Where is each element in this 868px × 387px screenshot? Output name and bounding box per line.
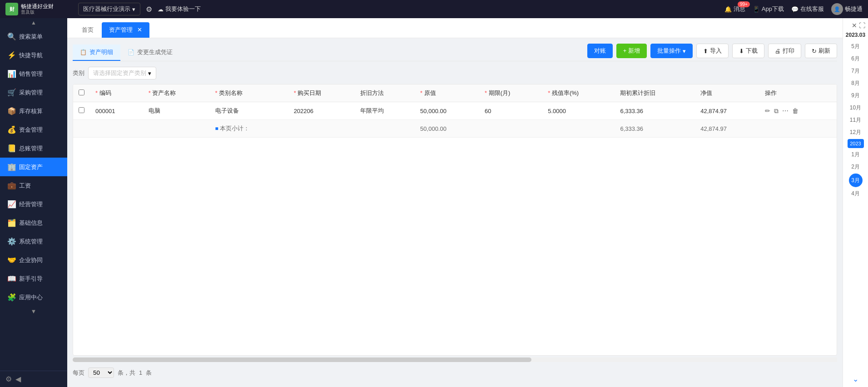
app-download-button[interactable]: 📱 App下载 (753, 5, 784, 13)
download-button[interactable]: ⬇ 下载 (732, 44, 764, 58)
filter-placeholder: 请选择固定资产类别 (93, 69, 146, 77)
tab-asset-mgmt[interactable]: 资产管理 ✕ (102, 22, 149, 38)
action-buttons: ✏ ⧉ ⋯ 🗑 (765, 107, 831, 115)
tab-bar: 首页 资产管理 ✕ (67, 18, 843, 38)
inventory-icon: 📦 (7, 107, 15, 115)
sidebar-item-label: 应用中心 (19, 293, 43, 302)
month-12-prev[interactable]: 12月 (848, 127, 864, 138)
tab-home[interactable]: 首页 (74, 22, 101, 38)
asset-table-container: * 编码 * 资产名称 * 类别名称 * 购买日期 折旧方法 * 原值 * 期限… (73, 84, 837, 356)
system-icon: ⚙️ (7, 237, 15, 246)
sidebar-item-quicknav[interactable]: ⚡ 快捷导航 (0, 46, 67, 64)
experience-label: 我要体验一下 (165, 5, 201, 13)
sidebar-item-basic[interactable]: 🗂️ 基础信息 (0, 213, 67, 232)
sidebar-settings-icon[interactable]: ⚙ (5, 375, 12, 383)
copy-icon[interactable]: ⧉ (774, 107, 779, 115)
cell-accumulated: 6,333.36 (615, 102, 695, 120)
settings-icon[interactable]: ⚙ (146, 5, 152, 14)
month-1[interactable]: 1月 (848, 149, 864, 160)
right-panel-scroll-down-icon[interactable]: ⌄ (853, 375, 858, 383)
month-2[interactable]: 2月 (848, 161, 864, 173)
month-10-prev[interactable]: 10月 (848, 102, 864, 114)
row-checkbox-cell (73, 102, 90, 120)
tab-close-icon[interactable]: ✕ (137, 26, 142, 33)
month-9-prev[interactable]: 9月 (848, 90, 864, 101)
print-button[interactable]: 🖨 打印 (768, 44, 801, 58)
logo-icon: 财 (5, 3, 18, 15)
bell-icon: 🔔 (724, 6, 732, 13)
sidebar-item-label: 销售管理 (19, 70, 43, 78)
cell-purchase-date: 202206 (288, 102, 355, 120)
company-dropdown-icon: ▾ (132, 6, 135, 13)
sidebar-item-sales[interactable]: 📊 销售管理 (0, 64, 67, 83)
messages-button[interactable]: 🔔 消息 99+ (724, 5, 745, 13)
collab-icon: 🤝 (7, 256, 15, 264)
messages-badge: 99+ (738, 1, 750, 7)
edit-icon[interactable]: ✏ (765, 107, 770, 114)
header-depreciation-method: 折旧方法 (355, 84, 415, 102)
select-all-checkbox[interactable] (79, 89, 84, 95)
company-name: 医疗器械行业演示 (83, 5, 130, 13)
refresh-button[interactable]: ↻ 刷新 (805, 44, 837, 58)
tab-asset-detail[interactable]: 📋 资产明细 (73, 45, 120, 61)
sales-icon: 📊 (7, 69, 15, 78)
category-filter[interactable]: 请选择固定资产类别 ▾ (88, 67, 156, 79)
month-3-active[interactable]: 3月 (849, 174, 863, 187)
sidebar-item-salary[interactable]: 💼 工资 (0, 176, 67, 195)
sidebar-item-label: 总账管理 (19, 144, 43, 153)
sidebar-item-collab[interactable]: 🤝 企业协同 (0, 251, 67, 269)
company-selector[interactable]: 医疗器械行业演示 ▾ (78, 3, 140, 15)
sidebar-scroll-down[interactable]: ▼ (0, 307, 67, 316)
month-7-prev[interactable]: 7月 (848, 65, 864, 77)
import-button[interactable]: ⬆ 导入 (696, 44, 729, 58)
experience-button[interactable]: ☁ 我要体验一下 (158, 5, 201, 13)
sidebar-item-label: 经营管理 (19, 200, 43, 208)
month-8-prev[interactable]: 8月 (848, 78, 864, 89)
batch-button[interactable]: 批量操作 ▾ (650, 44, 693, 58)
sidebar-item-label: 新手引导 (19, 275, 43, 283)
tab-gen-voucher[interactable]: 📄 变更生成凭证 (120, 45, 180, 61)
sidebar-item-ledger[interactable]: 📒 总账管理 (0, 139, 67, 158)
month-5-prev[interactable]: 5月 (848, 41, 864, 52)
cell-actions: ✏ ⧉ ⋯ 🗑 (759, 102, 837, 120)
online-service-button[interactable]: 💬 在线客服 (791, 5, 824, 13)
sidebar-item-inventory[interactable]: 📦 库存核算 (0, 102, 67, 120)
sidebar-item-ops[interactable]: 📈 经营管理 (0, 195, 67, 213)
filter-row: 类别 请选择固定资产类别 ▾ (73, 67, 837, 79)
sidebar-item-label: 工资 (19, 182, 31, 190)
sidebar-item-guide[interactable]: 📖 新手引导 (0, 269, 67, 288)
more-icon[interactable]: ⋯ (782, 107, 789, 114)
sidebar-scroll-up[interactable]: ▲ (0, 18, 67, 27)
sidebar-item-capital[interactable]: 💰 资金管理 (0, 120, 67, 139)
header-category: * 类别名称 (210, 84, 288, 102)
horizontal-scrollbar[interactable] (73, 356, 837, 364)
header-original-value: * 原值 (415, 84, 479, 102)
sidebar-item-fixed-assets[interactable]: 🏢 固定资产 (0, 158, 67, 176)
sidebar-item-apps[interactable]: 🧩 应用中心 (0, 288, 67, 307)
user-menu[interactable]: 👤 畅捷通 (831, 3, 863, 15)
topbar-right: 🔔 消息 99+ 📱 App下载 💬 在线客服 👤 畅捷通 (724, 3, 863, 15)
right-panel-expand-icon[interactable]: ⛶ (859, 22, 865, 29)
sidebar-item-search[interactable]: 🔍 搜索菜单 (0, 27, 67, 46)
right-panel-close-icon[interactable]: ✕ (852, 22, 857, 29)
sidebar-item-label: 采购管理 (19, 89, 43, 97)
row-checkbox[interactable] (79, 107, 84, 113)
quicknav-icon: ⚡ (7, 51, 15, 60)
pagination: 每页 50 100 200 条，共 1 条 (73, 364, 837, 382)
month-4[interactable]: 4月 (848, 188, 864, 199)
delete-icon[interactable]: 🗑 (792, 107, 799, 114)
new-button[interactable]: + 新增 (616, 44, 647, 58)
sidebar-item-system[interactable]: ⚙️ 系统管理 (0, 232, 67, 251)
account-button[interactable]: 对账 (587, 44, 613, 58)
sidebar-collapse-icon[interactable]: ◀ (15, 375, 21, 383)
month-6-prev[interactable]: 6月 (848, 53, 864, 64)
cell-residual-rate: 5.0000 (542, 102, 615, 120)
month-11-prev[interactable]: 11月 (848, 114, 864, 126)
capital-icon: 💰 (7, 125, 15, 134)
per-page-select[interactable]: 50 100 200 (88, 367, 114, 378)
topbar: 财 畅捷通好业财 普及版 医疗器械行业演示 ▾ ⚙ ☁ 我要体验一下 🔔 消息 … (0, 0, 868, 18)
scroll-track (73, 357, 837, 362)
total-prefix: 条，共 (118, 369, 135, 377)
sidebar-bottom: ⚙ ◀ (0, 371, 67, 387)
sidebar-item-purchase[interactable]: 🛒 采购管理 (0, 83, 67, 102)
